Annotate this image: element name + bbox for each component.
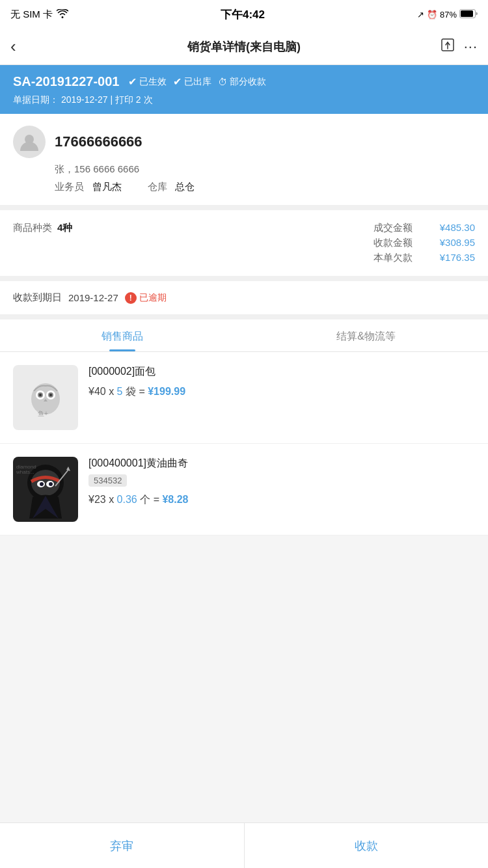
svg-text:whats...: whats... — [16, 469, 34, 475]
svg-text:鱼+: 鱼+ — [38, 410, 48, 417]
received-amount-row: 收款金额 ¥308.95 — [373, 237, 475, 249]
header-banner: SA-20191227-001 ✔ 已生效 ✔ 已出库 ⏱ 部分收款 单据日期：… — [0, 65, 488, 114]
svg-point-19 — [40, 482, 44, 486]
overdue-badge: ! 已逾期 — [125, 292, 167, 304]
badge-effective: ✔ 已生效 — [128, 75, 167, 88]
due-date-section: 收款到期日 2019-12-27 ! 已逾期 — [0, 281, 488, 319]
share-button[interactable] — [441, 38, 455, 55]
customer-name-phone: 张，156 6666 6666 — [55, 163, 475, 176]
receive-payment-button[interactable]: 收款 — [245, 823, 489, 868]
battery-icon — [459, 9, 478, 20]
product-name-2: [000400001]黄油曲奇 — [88, 457, 475, 470]
tab-settlement-logistics[interactable]: 结算&物流等 — [244, 319, 488, 351]
customer-account-id: 17666666666 — [55, 133, 142, 150]
battery-text: 87% — [440, 10, 457, 20]
customer-top: 17666666666 — [13, 126, 475, 158]
status-time: 下午4:42 — [221, 7, 265, 22]
back-button[interactable]: ‹ — [10, 36, 16, 57]
product-image-1: 鱼+ — [13, 365, 78, 430]
nav-actions: ··· — [441, 38, 478, 55]
status-right: ↗ ⏰ 87% — [417, 9, 478, 20]
badge-shipped: ✔ 已出库 — [173, 75, 211, 88]
products-section: 鱼+ [0000002]面包 ¥40 x 5 袋 = ¥199.99 — [0, 352, 488, 536]
alarm-icon: ⏰ — [427, 10, 437, 20]
svg-point-16 — [31, 470, 60, 496]
product-info-2: [000400001]黄油曲奇 534532 ¥23 x 0.36 个 = ¥8… — [88, 457, 475, 522]
customer-section: 17666666666 张，156 6666 6666 业务员 曾凡杰 仓库 总… — [0, 114, 488, 210]
product-category: 商品种类 4种 — [13, 222, 72, 264]
amount-summary: 成交金额 ¥485.30 收款金额 ¥308.95 本单欠款 ¥176.35 — [373, 222, 475, 264]
cancel-review-button[interactable]: 弃审 — [0, 823, 245, 868]
order-badges: ✔ 已生效 ✔ 已出库 ⏱ 部分收款 — [128, 75, 266, 88]
order-date-line: 单据日期： 2019-12-27 | 打印 2 次 — [13, 94, 475, 106]
status-bar: 无 SIM 卡 下午4:42 ↗ ⏰ 87% — [0, 0, 488, 29]
product-sku-2: 534532 — [88, 474, 127, 487]
status-left: 无 SIM 卡 — [10, 8, 68, 21]
customer-meta: 业务员 曾凡杰 仓库 总仓 — [55, 181, 475, 193]
badge-partial-payment: ⏱ 部分收款 — [218, 76, 266, 88]
banner-top-row: SA-20191227-001 ✔ 已生效 ✔ 已出库 ⏱ 部分收款 — [13, 74, 475, 89]
product-image-2: diamond whats... — [13, 457, 78, 522]
more-button[interactable]: ··· — [464, 38, 478, 55]
location-icon: ↗ — [417, 10, 424, 20]
product-price-1: ¥40 x 5 袋 = ¥199.99 — [88, 385, 475, 399]
product-price-2: ¥23 x 0.36 个 = ¥8.28 — [88, 493, 475, 507]
wifi-icon — [57, 9, 68, 20]
svg-rect-1 — [461, 10, 473, 17]
product-item: 鱼+ [0000002]面包 ¥40 x 5 袋 = ¥199.99 — [0, 352, 488, 444]
nav-bar: ‹ 销货单详情(来自电脑) ··· — [0, 29, 488, 65]
customer-avatar — [13, 126, 46, 158]
warehouse-label: 仓库 总仓 — [148, 181, 195, 193]
product-name-1: [0000002]面包 — [88, 365, 475, 379]
tabs-section: 销售商品 结算&物流等 — [0, 319, 488, 352]
overdue-icon: ! — [125, 292, 137, 304]
svg-point-11 — [49, 394, 52, 396]
deal-amount-row: 成交金额 ¥485.30 — [373, 222, 475, 234]
order-id: SA-20191227-001 — [13, 74, 119, 89]
product-item: diamond whats... [000400001]黄油曲奇 534532 … — [0, 444, 488, 536]
svg-point-20 — [49, 482, 53, 486]
salesperson-label: 业务员 曾凡杰 — [55, 181, 122, 193]
owed-amount-row: 本单欠款 ¥176.35 — [373, 252, 475, 264]
due-date-value: 2019-12-27 — [68, 292, 118, 303]
carrier-text: 无 SIM 卡 — [10, 8, 53, 21]
bottom-bar: 弃审 收款 — [0, 822, 488, 868]
product-info-1: [0000002]面包 ¥40 x 5 袋 = ¥199.99 — [88, 365, 475, 430]
page-title: 销货单详情(来自电脑) — [187, 39, 301, 55]
svg-point-10 — [39, 394, 42, 396]
summary-section: 商品种类 4种 成交金额 ¥485.30 收款金额 ¥308.95 本单欠款 ¥… — [0, 210, 488, 281]
due-date-label: 收款到期日 — [13, 292, 62, 304]
tab-sales-products[interactable]: 销售商品 — [0, 319, 244, 351]
